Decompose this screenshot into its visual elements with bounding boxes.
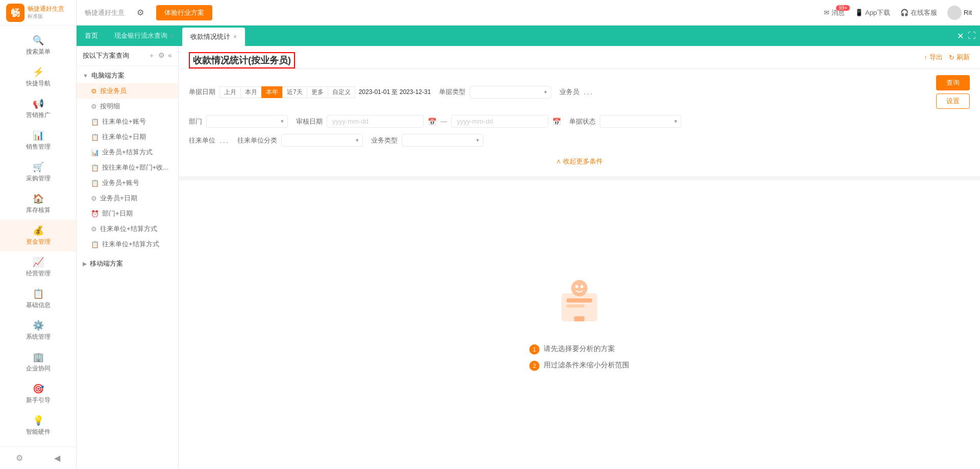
marketing-icon: 📢	[33, 98, 44, 109]
sidebar-item-business[interactable]: 📈 经营管理	[0, 251, 76, 283]
tree-item-icon: ⚙	[91, 225, 97, 233]
review-date-end[interactable]	[451, 115, 548, 128]
tab-bank[interactable]: 现金银行流水查询 ×	[106, 26, 182, 46]
partner-category-label: 往来单位分类	[237, 136, 277, 145]
page-title: 收款情况统计(按业务员)	[189, 52, 295, 68]
filter-row-2: 部门 ▾ 审核日期 📅 — 📅	[189, 115, 970, 128]
sidebar-item-marketing[interactable]: 📢 营销推广	[0, 93, 76, 125]
tabbar-maximize-icon[interactable]: ⛶	[968, 31, 976, 40]
review-date-start[interactable]	[327, 115, 424, 128]
salesman-more-btn[interactable]: ...	[583, 87, 593, 97]
tree-item-dept-date[interactable]: ⏰ 部门+日期	[77, 206, 178, 221]
empty-step-2: 2 用过滤条件来缩小分析范围	[529, 361, 629, 371]
main: 畅捷通好生意 ⚙ 体验行业方案 ✉ 消息 99+ 📱 App下载 🎧 在线客服	[77, 0, 980, 469]
partner-category-select[interactable]	[281, 134, 363, 147]
tree-item-unit-settle2[interactable]: 📋 往来单位+结算方式	[77, 237, 178, 252]
dept-select[interactable]	[206, 115, 288, 128]
topbar-message[interactable]: ✉ 消息 99+	[824, 8, 845, 17]
topbar-settings-icon[interactable]: ⚙	[137, 8, 144, 17]
date-tab-custom[interactable]: 自定义	[328, 86, 355, 98]
tree-item-icon: 📋	[91, 179, 99, 187]
biztype-label: 业务类型	[371, 136, 398, 145]
quicknav-icon: ⚡	[33, 66, 44, 78]
sidebar-item-finance[interactable]: 💰 资金管理	[0, 220, 76, 251]
sidebar-item-label: 快捷导航	[26, 79, 51, 88]
scheme-collapse-btn[interactable]: «	[168, 51, 172, 60]
docstatus-select[interactable]	[600, 115, 681, 128]
sidebar-item-wechat[interactable]: 💬 企业微信	[0, 441, 76, 447]
date-tab-more[interactable]: 更多	[307, 86, 328, 98]
partner-more-btn[interactable]: ...	[219, 136, 229, 145]
tree-item-detail[interactable]: ⚙ 按明细	[77, 99, 178, 114]
topbar-app-download[interactable]: 📱 App下载	[855, 8, 890, 17]
sidebar-settings-btn[interactable]: ⚙	[16, 453, 23, 463]
tab-home[interactable]: 首页	[77, 26, 106, 46]
collapse-label: 收起更多条件	[563, 157, 603, 165]
sidebar-item-hardware[interactable]: 💡 智能硬件	[0, 410, 76, 441]
date-tab-thismonth[interactable]: 本月	[240, 86, 262, 98]
tree-item-sales-settle[interactable]: 📊 业务员+结算方式	[77, 145, 178, 160]
sidebar-collapse-btn[interactable]: ◀	[54, 453, 60, 463]
tree-item-sales-account[interactable]: 📋 业务员+账号	[77, 175, 178, 191]
tree-item-icon: 📋	[91, 164, 99, 172]
tree-group-mobile-header[interactable]: ▶ 移动端方案	[77, 256, 178, 271]
sidebar-item-search[interactable]: 🔍 搜索菜单	[0, 30, 76, 61]
topbar-service[interactable]: 🎧 在线客服	[900, 8, 937, 17]
tab-receipt-close[interactable]: ×	[233, 33, 237, 40]
tree-group-desktop-header[interactable]: ▼ 电脑端方案	[77, 68, 178, 83]
calendar-icon-2[interactable]: 📅	[552, 118, 561, 126]
svg-rect-2	[567, 304, 584, 308]
sidebar-item-label: 经营管理	[26, 269, 51, 278]
sidebar-item-label: 智能硬件	[26, 428, 51, 436]
sidebar-item-purchase[interactable]: 🛒 采购管理	[0, 156, 76, 188]
calendar-icon-1[interactable]: 📅	[428, 118, 436, 126]
tree-arrow-icon: ▶	[83, 261, 87, 267]
tree-item-sales-date[interactable]: ⚙ 业务员+日期	[77, 191, 178, 206]
service-icon: 🎧	[900, 9, 909, 16]
svg-point-3	[571, 280, 587, 296]
sidebar-item-guide[interactable]: 🎯 新手引导	[0, 378, 76, 410]
refresh-btn[interactable]: ↻ 刷新	[949, 53, 970, 62]
trial-btn[interactable]: 体验行业方案	[156, 5, 212, 20]
sidebar-item-quicknav[interactable]: ⚡ 快捷导航	[0, 61, 76, 93]
scheme-settings-btn[interactable]: ⚙	[158, 51, 165, 60]
tree-item-unit-dept[interactable]: 📋 按往来单位+部门+收...	[77, 160, 178, 175]
tree-item-unit-date[interactable]: 📋 往来单位+日期	[77, 129, 178, 145]
date-tab-lastmonth[interactable]: 上月	[219, 86, 241, 98]
tabbar-close-icon[interactable]: ✕	[957, 31, 964, 41]
sidebar-item-corp[interactable]: 🏢 企业协同	[0, 346, 76, 378]
filter-review-item: 审核日期 📅 — 📅	[296, 115, 561, 128]
tree-item-salesman[interactable]: ⚙ 按业务员	[77, 83, 178, 99]
sidebar-item-label: 采购管理	[26, 174, 51, 183]
tree-item-icon: 📋	[91, 133, 99, 141]
export-btn[interactable]: ↑ 导出	[924, 53, 943, 62]
query-btn[interactable]: 查询	[936, 75, 970, 90]
right-panel: 收款情况统计(按业务员) ↑ 导出 ↻ 刷新	[179, 46, 980, 469]
sidebar-item-inventory[interactable]: 🏠 库存核算	[0, 188, 76, 220]
svg-point-5	[580, 285, 583, 288]
tree-item-icon: ⏰	[91, 210, 99, 218]
tab-bank-close[interactable]: ×	[170, 32, 174, 39]
sidebar-item-sales[interactable]: 📊 销售管理	[0, 125, 76, 156]
settings-btn[interactable]: 设置	[936, 93, 970, 109]
refresh-icon: ↻	[949, 54, 954, 61]
tree-item-unit-settle1[interactable]: ⚙ 往来单位+结算方式	[77, 221, 178, 237]
tab-receipt[interactable]: 收款情况统计 ×	[182, 28, 245, 46]
date-tab-last7[interactable]: 近7天	[282, 86, 307, 98]
date-tab-thisyear[interactable]: 本年	[261, 86, 283, 98]
collapse-row[interactable]: ∧ 收起更多条件	[189, 153, 970, 170]
filter-biztype-item: 业务类型 ▾	[371, 134, 483, 147]
topbar-user[interactable]: Rit	[947, 6, 972, 20]
user-avatar	[947, 6, 962, 20]
topbar: 畅捷通好生意 ⚙ 体验行业方案 ✉ 消息 99+ 📱 App下载 🎧 在线客服	[77, 0, 980, 26]
scheme-add-btn[interactable]: ＋	[148, 51, 155, 60]
tree-item-unit-account[interactable]: 📋 往来单位+账号	[77, 114, 178, 129]
scheme-tree: ▼ 电脑端方案 ⚙ 按业务员 ⚙ 按明细 📋	[77, 66, 178, 273]
tabbar: 首页 现金银行流水查询 × 收款情况统计 × ✕ ⛶	[77, 26, 980, 46]
biztype-select[interactable]	[402, 134, 483, 147]
doctype-select[interactable]	[470, 86, 551, 99]
sidebar-nav: 🔍 搜索菜单 ⚡ 快捷导航 📢 营销推广 📊 销售管理 🛒 采购管理 🏠	[0, 26, 76, 447]
sidebar-item-system[interactable]: ⚙️ 系统管理	[0, 315, 76, 346]
business-icon: 📈	[33, 256, 44, 268]
sidebar-item-basic[interactable]: 📋 基础信息	[0, 283, 76, 315]
